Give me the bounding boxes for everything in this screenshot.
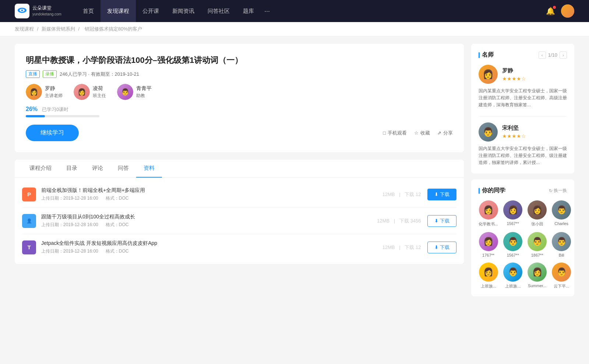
download-button-1[interactable]: ⬇ 下载 xyxy=(427,189,456,200)
tab-comments[interactable]: 评论 xyxy=(85,160,110,178)
classmate-11-avatar[interactable]: 👩 xyxy=(528,263,547,282)
material-date-3: 上传日期：2019-12-28 16:00 xyxy=(41,249,98,254)
sidebar-teacher-1-desc: 国内某重点大学安全工程专业硕士，国家一级注册消防工程师、注册安全工程师、高级注册… xyxy=(479,88,567,109)
refresh-icon: ↻ xyxy=(549,188,553,193)
action-row: 继续学习 □ 手机观看 ☆ 收藏 ⇗ 分享 xyxy=(26,125,453,141)
materials-list: P 前端全栈加强版！前端全栈+全周期+多端应用 上传日期：2019-12-28 … xyxy=(15,178,464,264)
classmate-9: 👩 上班族... xyxy=(479,263,498,289)
sidebar: 名师 ‹ 1/10 › 👩 罗静 ★★ xyxy=(471,44,574,302)
main-nav: 首页 发现课程 公开课 新闻资讯 问答社区 题库 ··· xyxy=(76,0,546,22)
material-icon-3: T xyxy=(22,240,36,254)
refresh-button[interactable]: ↻ 换一换 xyxy=(549,188,567,194)
collect-button[interactable]: ☆ 收藏 xyxy=(414,130,430,136)
classmate-7-avatar[interactable]: 👨 xyxy=(528,232,547,251)
material-item-1: P 前端全栈加强版！前端全栈+全周期+多端应用 上传日期：2019-12-28 … xyxy=(22,181,456,208)
teacher-2-img: 👩 xyxy=(74,84,90,100)
material-title-3: Jetpack全组件实战 开发短视频应用高仿皮皮虾App xyxy=(41,240,376,247)
sidebar-teacher-1-name: 罗静 xyxy=(502,67,526,74)
notification-dot xyxy=(553,6,556,9)
nav-qa[interactable]: 问答社区 xyxy=(201,0,236,22)
material-info-2: 跟随千万级项目从0到100全过程高效成长 上传日期：2019-12-28 16:… xyxy=(41,214,370,228)
logo-icon xyxy=(15,4,29,18)
material-item-2: 👤 跟随千万级项目从0到100全过程高效成长 上传日期：2019-12-28 1… xyxy=(22,208,456,234)
nav-more[interactable]: ··· xyxy=(261,7,274,15)
notification-bell[interactable]: 🔔 xyxy=(546,7,555,15)
logo-svg xyxy=(17,6,27,16)
material-info-1: 前端全栈加强版！前端全栈+全周期+多端应用 上传日期：2019-12-28 16… xyxy=(41,187,376,201)
download-button-2[interactable]: ⬇ 下载 xyxy=(427,215,456,227)
classmates-title-text: 你的同学 xyxy=(482,187,505,195)
teacher-1-role: 主讲老师 xyxy=(45,93,63,99)
sidebar-teacher-2-stars: ★★★★☆ xyxy=(502,133,526,139)
continue-button[interactable]: 继续学习 xyxy=(26,125,79,141)
course-tags: 直播 录播 246人已学习 · 有效期至：2019-10-21 xyxy=(26,70,453,78)
share-button[interactable]: ⇗ 分享 xyxy=(437,130,453,136)
classmate-2-avatar[interactable]: 👩 xyxy=(503,200,522,220)
nav-public[interactable]: 公开课 xyxy=(136,0,166,22)
user-avatar[interactable] xyxy=(561,4,574,18)
teacher-3-role: 助教 xyxy=(136,93,152,99)
tab-materials[interactable]: 资料 xyxy=(136,160,162,178)
breadcrumb-current: 销冠修炼术搞定80%的客户 xyxy=(85,26,142,32)
mobile-icon: □ xyxy=(383,130,386,136)
teacher-3-img: 👨 xyxy=(117,84,133,100)
header-right: 🔔 xyxy=(546,4,574,18)
material-stats-1: 12MB | 下载 12 xyxy=(381,191,423,198)
classmate-8: 👨 Bill xyxy=(552,232,571,257)
nav-problems[interactable]: 题库 xyxy=(236,0,261,22)
sidebar-teacher-1-stars: ★★★★☆ xyxy=(502,76,526,82)
classmate-1-avatar[interactable]: 👩 xyxy=(479,200,498,220)
nav-home[interactable]: 首页 xyxy=(76,0,100,22)
breadcrumb-sep-2: / xyxy=(78,26,81,32)
download-button-3[interactable]: ⬇ 下载 xyxy=(427,242,456,253)
logo[interactable]: 云朵课堂yundoketang.com xyxy=(15,4,61,18)
classmate-4-avatar[interactable]: 👨 xyxy=(552,200,571,220)
nav-discover[interactable]: 发现课程 xyxy=(100,0,136,22)
classmate-8-name: Bill xyxy=(559,253,564,257)
teacher-2-role: 班主任 xyxy=(93,93,106,99)
classmate-5-avatar[interactable]: 👩 xyxy=(479,232,498,251)
tab-qa[interactable]: 问答 xyxy=(110,160,136,178)
page-nav: ‹ 1/10 › xyxy=(539,51,567,59)
classmate-6-avatar[interactable]: 👨 xyxy=(503,232,522,251)
tab-catalog[interactable]: 目录 xyxy=(59,160,85,178)
main-content: 明星中教授课，小学阶段语法100分–强化级第1讲动词（一） 直播 录播 246人… xyxy=(0,36,589,310)
page-current: 1 xyxy=(548,52,551,58)
classmate-8-avatar[interactable]: 👨 xyxy=(552,232,571,251)
teacher-3-name: 青青平 xyxy=(136,85,152,92)
material-size-2: 12MB xyxy=(377,218,389,224)
breadcrumb-link-2[interactable]: 新媒体营销系列 xyxy=(42,26,75,32)
classmate-9-avatar[interactable]: 👩 xyxy=(479,263,498,282)
refresh-section: ↻ 换一换 xyxy=(549,188,567,194)
teacher-2-avatar: 👩 xyxy=(74,84,90,100)
material-icon-2: 👤 xyxy=(22,214,36,228)
classmates-title-bar xyxy=(479,188,480,194)
classmate-7-name: 1867** xyxy=(531,253,543,257)
classmates-card-title: 你的同学 ↻ 换一换 xyxy=(479,187,567,195)
progress-sublabel: 已学习0课时 xyxy=(42,107,68,112)
progress-bar-bg xyxy=(26,115,99,117)
classmate-10-avatar[interactable]: 👨 xyxy=(503,263,522,282)
classmate-3-avatar[interactable]: 👩 xyxy=(528,200,547,220)
classmate-1: 👩 化学教书... xyxy=(479,200,498,227)
mobile-watch-label: 手机观看 xyxy=(388,130,407,136)
teacher-1-name: 罗静 xyxy=(45,85,63,92)
teacher-2: 👩 凌荷 班主任 xyxy=(74,84,106,100)
teachers-card-title: 名师 ‹ 1/10 › xyxy=(479,51,567,59)
nav-news[interactable]: 新闻资讯 xyxy=(166,0,201,22)
material-meta-2: 上传日期：2019-12-28 16:00 格式：DOC xyxy=(41,222,370,228)
classmate-11: 👩 Summer... xyxy=(528,263,547,289)
teacher-3-info: 青青平 助教 xyxy=(136,85,152,99)
material-stats-2: 12MB | 下载 3456 xyxy=(375,218,422,224)
progress-section: 26% 已学习0课时 xyxy=(26,106,453,117)
mobile-watch-button[interactable]: □ 手机观看 xyxy=(383,130,407,136)
breadcrumb-link-1[interactable]: 发现课程 xyxy=(15,26,34,32)
prev-page-btn[interactable]: ‹ xyxy=(539,51,546,59)
next-page-btn[interactable]: › xyxy=(560,51,567,59)
action-icons: □ 手机观看 ☆ 收藏 ⇗ 分享 xyxy=(383,130,453,136)
classmate-7: 👨 1867** xyxy=(528,232,547,257)
tab-intro[interactable]: 课程介绍 xyxy=(22,160,59,178)
classmate-12-avatar[interactable]: 👨 xyxy=(552,263,571,282)
star-icon: ☆ xyxy=(414,130,419,136)
material-info-3: Jetpack全组件实战 开发短视频应用高仿皮皮虾App 上传日期：2019-1… xyxy=(41,240,376,254)
